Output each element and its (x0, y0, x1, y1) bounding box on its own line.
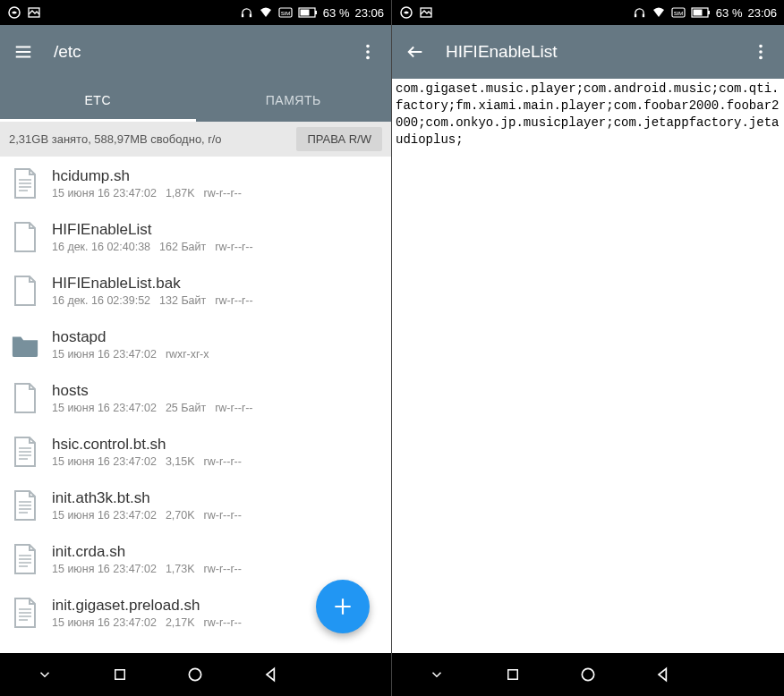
back-button[interactable] (403, 42, 428, 62)
file-meta: 15 июня 16 23:47:021,87Krw-r--r-- (52, 187, 380, 199)
file-name: hsic.control.bt.sh (52, 436, 380, 454)
tab-memory[interactable]: ПАМЯТЬ (196, 79, 392, 122)
svg-point-9 (366, 45, 370, 48)
file-date: 15 июня 16 23:47:02 (52, 402, 157, 414)
file-row[interactable]: hsic.control.bt.sh15 июня 16 23:47:023,1… (0, 425, 391, 479)
image-icon (27, 5, 41, 20)
svg-point-47 (582, 668, 593, 680)
file-meta: 15 июня 16 23:47:023,15Krw-r--r-- (52, 455, 380, 468)
svg-rect-3 (250, 13, 251, 17)
file-meta: 16 дек. 16 02:39:52132 Байтrw-r--r-- (52, 294, 380, 307)
file-size: 2,17K (166, 616, 195, 629)
nav-back[interactable] (244, 666, 298, 683)
file-perm: rwxr-xr-x (166, 348, 209, 361)
rw-button[interactable]: ПРАВА R/W (296, 127, 382, 151)
menu-button[interactable] (11, 42, 36, 62)
battery-text: 63 % (716, 6, 743, 20)
file-meta: 15 июня 16 23:47:022,70Krw-r--r-- (52, 509, 380, 522)
text-file-icon (11, 434, 39, 470)
svg-rect-37 (643, 13, 644, 17)
file-row[interactable]: hosts15 июня 16 23:47:0225 Байтrw-r--r-- (0, 371, 391, 425)
status-bar: SIM 63 % 23:06 (392, 0, 784, 25)
svg-point-44 (759, 50, 763, 54)
file-row[interactable]: init.ath3k.bt.sh15 июня 16 23:47:022,70K… (0, 479, 391, 532)
more-button[interactable] (355, 42, 380, 62)
nav-home[interactable] (561, 666, 615, 683)
headphones-icon (240, 6, 253, 20)
file-info: init.ath3k.bt.sh15 июня 16 23:47:022,70K… (52, 489, 380, 522)
file-info: hosts15 июня 16 23:47:0225 Байтrw-r--r-- (52, 382, 380, 414)
file-meta: 16 дек. 16 02:40:38162 Байтrw-r--r-- (52, 241, 380, 253)
more-button[interactable] (748, 42, 773, 62)
nav-bar (0, 653, 391, 696)
tab-label: ПАМЯТЬ (266, 93, 321, 107)
info-bar: 2,31GB занято, 588,97MB свободно, r/o ПР… (0, 122, 391, 157)
appbar-title: /etc (54, 42, 355, 62)
file-date: 16 дек. 16 02:40:38 (52, 241, 150, 253)
svg-rect-42 (693, 10, 702, 16)
file-size: 1,73K (166, 563, 195, 575)
headphones-icon (633, 6, 646, 20)
svg-point-33 (190, 668, 201, 680)
battery-icon (691, 7, 711, 18)
file-name: init.ath3k.bt.sh (52, 489, 380, 507)
svg-rect-2 (242, 13, 243, 17)
file-perm: rw-r--r-- (204, 455, 242, 468)
app-bar: HIFIEnableList (392, 25, 784, 79)
tab-etc[interactable]: ETC (0, 79, 196, 122)
svg-point-10 (366, 50, 370, 54)
file-name: hosts (52, 382, 380, 400)
svg-rect-32 (115, 670, 125, 680)
file-size: 3,15K (166, 455, 195, 468)
svg-point-11 (366, 56, 370, 60)
file-row[interactable]: hcidump.sh15 июня 16 23:47:021,87Krw-r--… (0, 157, 391, 210)
file-content[interactable]: com.gigaset.music.player;com.android.mus… (392, 79, 784, 653)
file-row[interactable]: hostapd15 июня 16 23:47:02rwxr-xr-x (0, 318, 391, 371)
file-date: 15 июня 16 23:47:02 (52, 455, 157, 468)
file-perm: rw-r--r-- (204, 187, 242, 199)
file-info: HIFIEnableList16 дек. 16 02:40:38162 Бай… (52, 221, 380, 253)
file-info: hcidump.sh15 июня 16 23:47:021,87Krw-r--… (52, 167, 380, 199)
file-row[interactable]: HIFIEnableList16 дек. 16 02:40:38162 Бай… (0, 210, 391, 264)
file-icon (11, 219, 39, 255)
sim-icon: SIM (671, 7, 686, 18)
image-icon (419, 5, 433, 20)
file-name: HIFIEnableList.bak (52, 275, 380, 293)
nav-expand[interactable] (18, 666, 72, 683)
file-date: 16 дек. 16 02:39:52 (52, 294, 150, 307)
status-bar: SIM 63 % 23:06 (0, 0, 391, 25)
file-date: 15 июня 16 23:47:02 (52, 187, 157, 199)
file-perm: rw-r--r-- (204, 509, 242, 522)
svg-rect-41 (708, 11, 710, 14)
nav-back[interactable] (636, 666, 690, 683)
nav-home[interactable] (168, 666, 222, 683)
nav-recent[interactable] (486, 666, 540, 683)
file-date: 15 июня 16 23:47:02 (52, 348, 157, 361)
file-date: 15 июня 16 23:47:02 (52, 616, 157, 629)
svg-rect-46 (507, 670, 517, 680)
svg-text:SIM: SIM (673, 11, 683, 16)
file-meta: 15 июня 16 23:47:02rwxr-xr-x (52, 348, 380, 361)
nav-bar (392, 653, 784, 696)
svg-rect-36 (635, 13, 636, 17)
nav-expand[interactable] (410, 666, 464, 683)
tabs: ETC ПАМЯТЬ (0, 79, 391, 122)
file-size: 162 Байт (159, 241, 206, 253)
fab-add[interactable] (316, 580, 370, 633)
battery-icon (298, 7, 318, 18)
wifi-icon (652, 6, 666, 19)
file-perm: rw-r--r-- (215, 241, 252, 253)
file-date: 15 июня 16 23:47:02 (52, 563, 157, 575)
svg-text:SIM: SIM (280, 11, 290, 16)
nav-recent[interactable] (93, 666, 147, 683)
text-file-icon (11, 595, 39, 631)
file-row[interactable]: init.crda.sh15 июня 16 23:47:021,73Krw-r… (0, 532, 391, 586)
file-perm: rw-r--r-- (204, 563, 242, 575)
file-size: 2,70K (166, 509, 195, 522)
file-list[interactable]: hcidump.sh15 июня 16 23:47:021,87Krw-r--… (0, 157, 391, 653)
sim-icon: SIM (278, 7, 293, 18)
file-row[interactable]: HIFIEnableList.bak16 дек. 16 02:39:52132… (0, 264, 391, 318)
time-text: 23:06 (747, 6, 777, 20)
file-info: hsic.control.bt.sh15 июня 16 23:47:023,1… (52, 436, 380, 468)
time-text: 23:06 (354, 6, 384, 20)
